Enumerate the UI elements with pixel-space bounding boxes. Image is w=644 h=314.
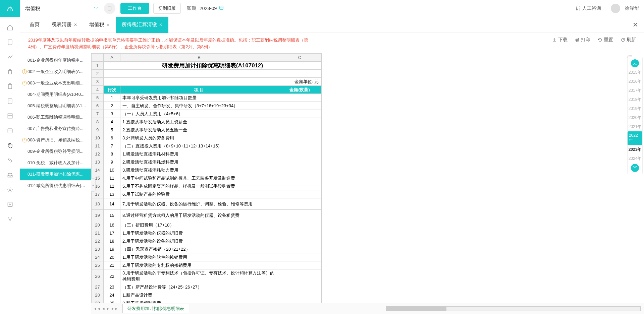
collapse-sidebar-handle[interactable]: « [91,178,96,192]
old-version-button[interactable]: 切到旧版 [153,3,181,14]
cell-item[interactable]: 1.直接从事研发活动人员工资薪金 [120,118,278,126]
company-dropdown[interactable]: 增值税 ﹀ [25,5,99,12]
cell-item[interactable]: 5.用于不构成固定资产的样品、样机及一般测试手段购置费 [120,182,278,190]
cell-item[interactable]: （二）直接投入费用（8+9+10+11+12+13+14+15） [120,142,278,150]
nav-home-icon[interactable] [0,20,20,35]
note-icon[interactable] [104,3,115,14]
sheet-scroll[interactable]: A B C 1研发费用加计扣除优惠明细表(A107012) 2 3金额单位: 元… [91,53,644,303]
row-header[interactable]: 10 [92,134,104,142]
nav-calc-icon[interactable] [0,94,20,109]
calendar-icon[interactable] [219,5,224,12]
cell-amount[interactable] [278,198,322,210]
tab-税表清册[interactable]: 税表清册✕ [46,17,83,33]
cell-amount[interactable] [278,190,322,198]
cell-rownum[interactable]: 11 [104,174,120,182]
cell-item[interactable]: 1.用于研发活动的软件的摊销费用 [120,253,278,261]
tab-增值税[interactable]: 增值税✕ [83,17,116,33]
cell-item[interactable]: 3.外聘研发人员的劳务费用 [120,134,278,142]
row-header[interactable]: 6 [92,102,104,110]
cell-amount[interactable] [278,94,322,102]
row-header[interactable]: 4 [92,86,104,94]
row-header[interactable]: 23 [92,245,104,253]
corner-cell[interactable] [92,54,104,62]
cell-rownum[interactable]: 16 [104,221,120,229]
cell-rownum[interactable]: 13 [104,190,120,198]
nav-doc-icon[interactable] [0,35,20,50]
header-item[interactable]: 项 目 [120,86,278,94]
cell-rownum[interactable]: 23 [104,283,120,291]
nav-bag-icon[interactable] [0,64,20,79]
nav-gear-icon[interactable] [0,182,20,197]
tab-首页[interactable]: 首页 [23,17,46,33]
year-option[interactable]: 2023年 [629,145,642,154]
col-header-A[interactable]: A [104,54,120,62]
cell-item[interactable]: （三）折旧费用（17+18） [120,221,278,229]
print-button[interactable]: 打印 [575,37,590,43]
cell-amount[interactable] [278,269,322,283]
cell-item[interactable]: 2.新工艺规程制定费 [120,299,278,303]
row-header[interactable]: 7 [92,110,104,118]
close-icon[interactable]: ✕ [159,22,162,27]
cell-amount[interactable] [278,158,322,166]
cell-rownum[interactable]: 17 [104,229,120,237]
row-header[interactable]: 28 [92,291,104,299]
cell-amount[interactable] [278,245,322,253]
cell-rownum[interactable]: 10 [104,166,120,174]
sheet-nav-arrows[interactable]: ◄◄ ◄ ► ►► [91,307,120,311]
form-list-item[interactable]: 002-一般企业收入明细表(A... [20,66,91,77]
cell-rownum[interactable]: 6 [104,134,120,142]
cell-rownum[interactable]: 8 [104,150,120,158]
cell[interactable] [104,70,322,78]
refresh-button[interactable]: 刷新 [621,37,636,43]
row-header[interactable]: 21 [92,229,104,237]
row-header[interactable]: 11 [92,142,104,150]
form-list-item[interactable]: 008-资产折旧、摊销及纳税... [20,134,91,146]
nav-inbox-icon[interactable] [0,168,20,182]
col-header-C[interactable]: C [278,54,322,62]
cell-rownum[interactable]: 21 [104,261,120,269]
unit-cell[interactable]: 金额单位: 元 [104,78,322,86]
cell-item[interactable]: 3.用于研发活动的非专利技术（包括许可证、专有技术、设计和计算方法等）的摊销费用 [120,269,278,283]
cell-rownum[interactable]: 4 [104,118,120,126]
cell-amount[interactable] [278,182,322,190]
cell-rownum[interactable]: 2 [104,102,120,110]
row-header[interactable]: 14 [92,166,104,174]
cell-amount[interactable] [278,174,322,182]
cell-rownum[interactable]: 22 [104,269,120,283]
cell-amount[interactable] [278,237,322,245]
form-list-item[interactable]: 001-企业所得税年度纳税申... [20,55,91,66]
cell-amount[interactable] [278,134,322,142]
cell-amount[interactable] [278,210,322,221]
cell-amount[interactable] [278,261,322,269]
year-option[interactable]: 2022年 [628,131,642,145]
form-list-item[interactable]: 003-一般企业成本支出明细... [20,77,91,89]
cell-rownum[interactable]: 3 [104,110,120,118]
cell-amount[interactable] [278,291,322,299]
row-header[interactable]: 2 [92,70,104,78]
cell-rownum[interactable]: 19 [104,245,120,253]
year-option[interactable]: 2016年 [629,77,642,86]
sheet-title[interactable]: 研发费用加计扣除优惠明细表(A107012) [104,62,322,70]
cell-item[interactable]: 2.研发活动直接消耗燃料费用 [120,158,278,166]
cell-item[interactable]: 4.用于中间试验和产品试制的模具、工艺装备开发及制造费 [120,174,278,182]
horizontal-scrollbar[interactable] [386,306,641,311]
cell-item[interactable]: 本年可享受研发费用加计扣除项目数量 [120,94,278,102]
cell-rownum[interactable]: 24 [104,291,120,299]
form-list-item[interactable]: 004-期间费用明细表(A1040... [20,89,91,100]
period-value[interactable]: 2023-09 [200,6,217,11]
nav-v-icon[interactable] [0,212,20,227]
cell-item[interactable]: 1.用于研发活动的仪器的折旧费 [120,229,278,237]
cell-item[interactable]: （一）人员人工费用（4+5+6） [120,110,278,118]
header-rownum[interactable]: 行次 [104,86,120,94]
user-name[interactable]: 徐泽华 [625,5,639,11]
download-button[interactable]: 下载 [552,37,568,43]
year-option[interactable]: 2021年 [629,122,642,131]
form-list-item[interactable]: 010-免税、减计收入及加计... [20,157,91,169]
year-option[interactable]: 2020年 [629,113,642,122]
row-header[interactable]: 25 [92,261,104,269]
cell-rownum[interactable]: 14 [104,198,120,210]
cell-amount[interactable] [278,142,322,150]
cell-item[interactable]: 1.研发活动直接消耗材料费用 [120,150,278,158]
cell-item[interactable]: （四）无形资产摊销（20+21+22） [120,245,278,253]
row-header[interactable]: 26 [92,269,104,283]
